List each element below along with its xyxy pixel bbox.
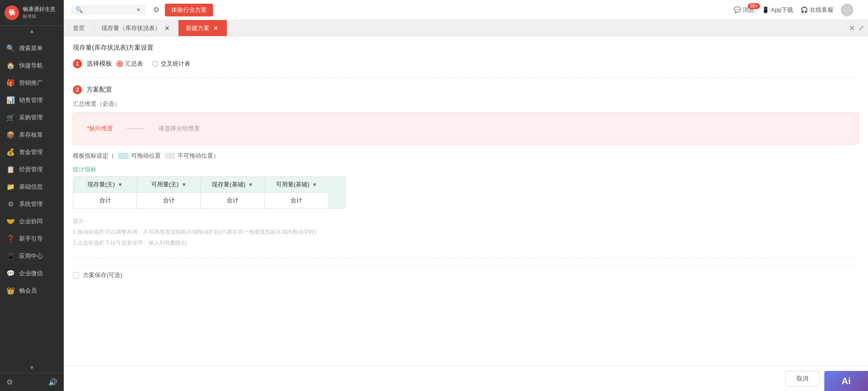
shortcut-nav-icon: 🏠 (6, 62, 15, 70)
tip-prompt: 提示： (73, 216, 859, 226)
cancel-button[interactable]: 取消 (785, 371, 820, 386)
sidebar-scroll-down[interactable]: ▼ (0, 363, 64, 373)
scroll-up-icon[interactable]: ▲ (29, 27, 35, 35)
sidebar-item-label: 企业微信 (19, 269, 43, 278)
radio-summary[interactable]: 汇总表 (117, 60, 143, 68)
sidebar-item-business-mgmt[interactable]: 📋 经营管理 (0, 161, 64, 178)
save-checkbox[interactable] (73, 272, 79, 278)
topbar-settings-icon[interactable]: ⚙ (153, 5, 159, 14)
tip-line-1: 1.拖动标题栏可以调整布局，不可跨维度或指标区域拖动栏目(只能在同一维度或指标区… (73, 226, 859, 237)
bottom-save: 方案保存(可选) (73, 265, 859, 279)
topbar: 🔍 ▼ ⚙ 体验行业方案 💬 消息 99+ 📱 App下载 🎧 在线客服 (64, 0, 868, 20)
sidebar-item-label: 库存核算 (19, 131, 43, 139)
sidebar-logo: 畅 畅康通好生意 标准版 (0, 0, 64, 26)
sidebar-item-finance[interactable]: 💰 资金管理 (0, 144, 64, 161)
sidebar-nav: 🔍 搜索菜单 🏠 快捷导航 🎁 营销推广 📊 销售管理 🛒 采购管理 📦 库存核… (0, 36, 64, 363)
app-center-icon: 📱 (6, 252, 15, 260)
tab-inventory-status-close[interactable]: ✕ (163, 25, 171, 31)
stats-col-2-header[interactable]: 现存量(基辅) ▼ (201, 177, 264, 193)
stats-col-3-header-label: 可用量(基辅) (276, 180, 310, 189)
sidebar-item-purchase-mgmt[interactable]: 🛒 采购管理 (0, 109, 64, 126)
radio-cross[interactable]: 交叉统计表 (152, 60, 190, 68)
search-menu-icon: 🔍 (6, 44, 15, 52)
tab-expand-icon[interactable]: ⤢ (858, 24, 864, 32)
legend-draggable-label: 可拖动位置 (131, 152, 161, 160)
legend-non-draggable: 不可拖动位置） (164, 152, 219, 160)
online-service-button[interactable]: 🎧 在线客服 (801, 6, 833, 14)
page-title: 现存量(库存状况表)方案设置 (73, 44, 859, 52)
message-button[interactable]: 💬 消息 99+ (734, 6, 755, 14)
sales-mgmt-icon: 📊 (6, 96, 15, 104)
sidebar-item-member[interactable]: 👑 畅会员 (0, 282, 64, 299)
enterprise-icon: 🤝 (6, 217, 15, 226)
dimension-area[interactable]: *纵向维度 请选择分组维度 (73, 113, 859, 144)
ai-float-button[interactable]: Ai (824, 371, 868, 391)
sidebar-item-sales-mgmt[interactable]: 📊 销售管理 (0, 92, 64, 109)
sound-icon[interactable]: 🔊 (48, 378, 57, 386)
tab-inventory-status[interactable]: 现存量（库存状况表） ✕ (94, 20, 179, 36)
sidebar-item-app-center[interactable]: 📱 应用中心 (0, 247, 64, 265)
stats-col-0-header[interactable]: 现存量(主) ▼ (73, 177, 137, 193)
search-input[interactable] (86, 7, 131, 13)
inventory-icon: 📦 (6, 131, 15, 139)
section-config-header: 2 方案配置 (73, 85, 859, 94)
vertical-dimension-label: *纵向维度 (87, 124, 113, 133)
search-dropdown-icon[interactable]: ▼ (136, 7, 141, 13)
app-download-label: App下载 (771, 6, 793, 14)
message-badge: 99+ (748, 3, 760, 9)
app-download-button[interactable]: 📱 App下载 (762, 6, 793, 14)
tab-home[interactable]: 首页 (64, 20, 94, 36)
ai-button-label: Ai (842, 376, 851, 386)
settings-icon[interactable]: ⚙ (6, 378, 13, 386)
sidebar-item-search-menu[interactable]: 🔍 搜索菜单 (0, 40, 64, 57)
new-guide-icon: ❓ (6, 235, 15, 243)
stats-col-3-header[interactable]: 可用量(基辅) ▼ (265, 177, 328, 193)
legend-non-draggable-label: 不可拖动位置） (178, 152, 219, 160)
sidebar-item-marketing[interactable]: 🎁 营销推广 (0, 74, 64, 92)
tabs-bar-right: ✕ ⤢ (849, 24, 868, 32)
sidebar-item-label: 应用中心 (19, 252, 43, 260)
trial-button[interactable]: 体验行业方案 (165, 4, 213, 16)
tips-section: 提示： 1.拖动标题栏可以调整布局，不可跨维度或指标区域拖动栏目(只能在同一维度… (73, 216, 859, 248)
main-area: 🔍 ▼ ⚙ 体验行业方案 💬 消息 99+ 📱 App下载 🎧 在线客服 (64, 0, 868, 391)
basic-info-icon: 📁 (6, 183, 15, 191)
sidebar-item-label: 经营管理 (19, 165, 43, 174)
stats-col-2-header-label: 现存量(基辅) (212, 180, 245, 189)
sidebar-item-enterprise[interactable]: 🤝 企业协同 (0, 213, 64, 230)
tab-close-icon[interactable]: ✕ (849, 24, 855, 32)
member-icon: 👑 (6, 287, 15, 295)
sidebar-item-wechat[interactable]: 💬 企业微信 (0, 265, 64, 282)
section-divider-2 (73, 257, 859, 258)
stats-col-1-header[interactable]: 可用量(主) ▼ (137, 177, 200, 193)
topbar-search-container: 🔍 ▼ (71, 5, 146, 15)
content-area: 现存量(库存状况表)方案设置 1 选择模板 汇总表 交叉统计表 (64, 36, 868, 366)
save-checkbox-label: 方案保存(可选) (83, 271, 123, 279)
sidebar-item-label: 新手引导 (19, 235, 43, 243)
sidebar-item-label: 采购管理 (19, 113, 43, 122)
sidebar-item-label: 营销推广 (19, 79, 43, 87)
search-icon: 🔍 (76, 6, 83, 13)
sidebar-item-shortcut-nav[interactable]: 🏠 快捷导航 (0, 57, 64, 74)
sidebar-item-system-mgmt[interactable]: ⚙ 系统管理 (0, 196, 64, 213)
stats-col-1-cell: 合计 (137, 193, 200, 208)
stats-col-0: 现存量(主) ▼ 合计 (73, 177, 137, 208)
section-divider-1 (73, 77, 859, 78)
scroll-down-icon[interactable]: ▼ (29, 364, 35, 372)
stats-section: 统计指标 现存量(主) ▼ 合计 (73, 165, 859, 210)
sidebar-scroll-up[interactable]: ▲ (0, 26, 64, 36)
wechat-icon: 💬 (6, 269, 15, 278)
sidebar-item-basic-info[interactable]: 📁 基础信息 (0, 178, 64, 196)
section2-title: 方案配置 (87, 86, 112, 94)
stats-table: 现存量(主) ▼ 合计 可用量(主) ▼ (73, 176, 346, 209)
service-label: 在线客服 (810, 6, 833, 14)
sidebar-item-inventory[interactable]: 📦 库存核算 (0, 126, 64, 144)
radio-summary-label: 汇总表 (125, 60, 143, 68)
sidebar-item-label: 基础信息 (19, 183, 43, 191)
sidebar-item-new-guide[interactable]: ❓ 新手引导 (0, 230, 64, 247)
topbar-right: 💬 消息 99+ 📱 App下载 🎧 在线客服 (734, 4, 861, 16)
tab-new-plan[interactable]: 新建方案 ✕ (179, 20, 227, 36)
plan-config: 汇总维度（必选） *纵向维度 请选择分组维度 模板指标设定（ (73, 100, 859, 248)
legend-draggable-box (118, 153, 129, 159)
tab-new-plan-close[interactable]: ✕ (212, 25, 220, 31)
col-2-chevron-icon: ▼ (248, 182, 253, 187)
